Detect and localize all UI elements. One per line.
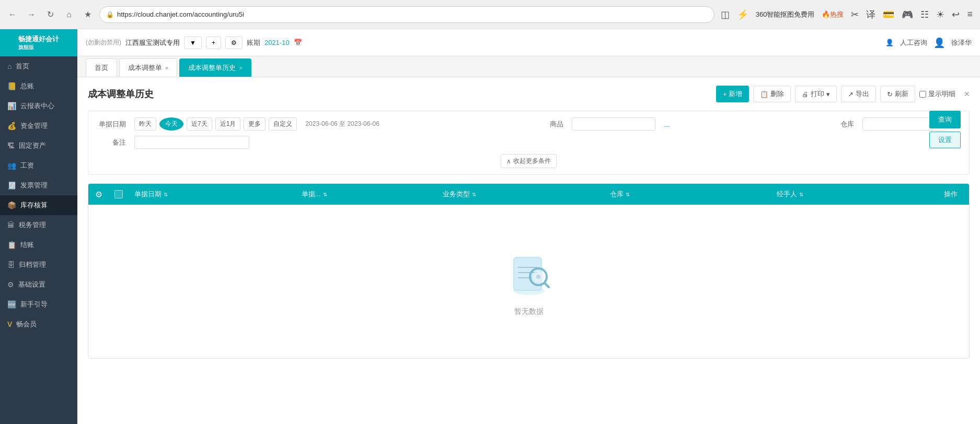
- th-settings[interactable]: ⚙: [88, 190, 109, 199]
- sidebar-item-guide[interactable]: 🆕 新手引导: [0, 295, 77, 314]
- undo-icon[interactable]: ↩: [950, 7, 962, 22]
- back-button[interactable]: ←: [5, 7, 20, 22]
- tab-cost-adjust-close[interactable]: ×: [165, 65, 168, 71]
- th-biztype[interactable]: 业务类型 ⇅: [436, 190, 604, 199]
- lightning-icon[interactable]: ⚡: [735, 7, 751, 22]
- th-voucherid-sort-icon[interactable]: ⇅: [323, 192, 327, 197]
- home-button[interactable]: ⌂: [62, 7, 76, 22]
- refresh-button[interactable]: ↻ 刷新: [880, 86, 915, 102]
- tax-icon: 🏛: [7, 221, 15, 229]
- top-bar: (勿删勿禁用) 江西服宝测试专用 ▼ + ⚙ 账期 2021-10 📅 👤 人工…: [77, 29, 980, 56]
- user-label[interactable]: 徐泽华: [951, 38, 972, 48]
- th-warehouse-sort-icon[interactable]: ⇅: [626, 192, 630, 197]
- company-dropdown-button[interactable]: ▼: [184, 37, 202, 49]
- top-bar-left: (勿删勿禁用) 江西服宝测试专用 ▼ + ⚙ 账期 2021-10 📅: [86, 37, 302, 49]
- sidebar-item-fixed-assets[interactable]: 🏗 固定资产: [0, 136, 77, 156]
- tab-home[interactable]: 首页: [86, 58, 117, 77]
- star-button[interactable]: ★: [80, 7, 95, 22]
- calendar-icon[interactable]: 📅: [294, 39, 302, 46]
- tab-history-close[interactable]: ×: [239, 65, 242, 71]
- query-button[interactable]: 查询: [929, 111, 961, 128]
- empty-text: 暂无数据: [514, 307, 544, 316]
- search-addon[interactable]: 360智能抠图免费用: [754, 8, 817, 21]
- tab-cost-adjust[interactable]: 成本调整单 ×: [119, 58, 177, 77]
- th-date-sort-icon[interactable]: ⇅: [164, 192, 168, 197]
- company-settings-button[interactable]: ⚙: [225, 37, 243, 49]
- reports-icon: 📊: [7, 102, 16, 110]
- panel-close-button[interactable]: ×: [964, 89, 970, 100]
- sidebar-label-checkout: 结账: [20, 240, 34, 250]
- sidebar-item-invoice[interactable]: 🧾 发票管理: [0, 175, 77, 195]
- sidebar-item-checkout[interactable]: 📋 结账: [0, 235, 77, 255]
- game-icon[interactable]: 🎮: [900, 7, 915, 22]
- sidebar-label-inventory: 库存核算: [20, 201, 48, 210]
- date-7days-btn[interactable]: 近7天: [187, 117, 212, 131]
- sidebar-item-membership[interactable]: V 畅会员: [0, 314, 77, 334]
- date-more-btn[interactable]: 更多: [244, 117, 266, 131]
- company-name: 江西服宝测试专用: [125, 38, 180, 48]
- date-yesterday-btn[interactable]: 昨天: [134, 117, 156, 131]
- th-ops: 操作: [938, 190, 969, 199]
- column-settings-icon[interactable]: ⚙: [95, 190, 102, 199]
- address-bar[interactable]: 🔒 https://cloud.chanjet.com/accounting/u…: [99, 6, 714, 23]
- sidebar-item-inventory[interactable]: 📦 库存核算: [0, 195, 77, 215]
- new-button[interactable]: + 新增: [716, 86, 750, 102]
- th-warehouse[interactable]: 仓库 ⇅: [604, 190, 771, 199]
- print-icon: 🖨: [802, 90, 809, 98]
- sidebar-label-reports: 云报表中心: [20, 101, 54, 111]
- grid-icon[interactable]: ☷: [918, 7, 931, 22]
- cut-icon[interactable]: ✂: [849, 7, 861, 22]
- refresh-button[interactable]: ↻: [43, 7, 57, 22]
- export-button[interactable]: ↗ 导出: [841, 86, 876, 102]
- filter-row-date: 单据日期 昨天 今天 近7天 近1月 更多 自定义 2023-06-06 至 2…: [97, 117, 961, 131]
- show-detail-checkbox[interactable]: [919, 91, 926, 98]
- table-container: ⚙ 单据日期 ⇅ 单据... ⇅ 业务类型 ⇅: [88, 183, 970, 359]
- th-warehouse-label: 仓库: [610, 190, 624, 199]
- date-custom-btn[interactable]: 自定义: [269, 117, 297, 131]
- wallet-icon[interactable]: 💳: [881, 7, 896, 22]
- th-handler-sort-icon[interactable]: ⇅: [799, 192, 803, 197]
- extensions-icon[interactable]: ◫: [719, 7, 732, 22]
- sidebar-item-payroll[interactable]: 👥 工资: [0, 156, 77, 175]
- goods-filter-input[interactable]: [572, 117, 655, 131]
- show-detail-checkbox-label[interactable]: 显示明细: [919, 89, 955, 99]
- filter-settings-button[interactable]: 设置: [929, 132, 961, 148]
- date-filter-buttons: 昨天 今天 近7天 近1月 更多 自定义: [134, 117, 297, 131]
- th-voucherid[interactable]: 单据... ⇅: [295, 190, 436, 199]
- fund-icon: 💰: [7, 122, 16, 130]
- app-container: 畅捷通好会计 旗舰版 ⌂ 首页 📒 总账 📊 云报表中心 💰 资金管理 🏗 固定…: [0, 29, 980, 424]
- settings-icon: ⚙: [7, 280, 14, 289]
- sidebar-item-tax[interactable]: 🏛 税务管理: [0, 215, 77, 235]
- sidebar-item-archive[interactable]: 🗄 归档管理: [0, 255, 77, 275]
- delete-button[interactable]: 📋 删除: [753, 86, 791, 102]
- collapse-button[interactable]: ∧ 收起更多条件: [501, 154, 557, 168]
- menu-icon[interactable]: ≡: [965, 7, 975, 22]
- hot-search[interactable]: 🔥热搜: [820, 8, 846, 21]
- select-all-checkbox[interactable]: [114, 190, 123, 198]
- th-handler[interactable]: 经手人 ⇅: [770, 190, 938, 199]
- th-checkbox[interactable]: [109, 190, 128, 198]
- membership-icon: V: [7, 320, 12, 328]
- sidebar-item-home[interactable]: ⌂ 首页: [0, 56, 77, 76]
- sidebar-item-settings[interactable]: ⚙ 基础设置: [0, 275, 77, 295]
- print-button[interactable]: 🖨 打印 ▾: [795, 86, 837, 102]
- checkout-icon: 📋: [7, 241, 16, 249]
- brightness-icon[interactable]: ☀: [934, 7, 947, 22]
- remark-filter-input[interactable]: [134, 136, 249, 149]
- sidebar-item-reports[interactable]: 📊 云报表中心: [0, 96, 77, 116]
- consult-label[interactable]: 人工咨询: [900, 38, 927, 48]
- date-1month-btn[interactable]: 近1月: [215, 117, 241, 131]
- goods-more-icon[interactable]: ...: [664, 120, 670, 128]
- sidebar-item-general-ledger[interactable]: 📒 总账: [0, 76, 77, 96]
- lock-icon: 🔒: [106, 11, 114, 18]
- home-icon: ⌂: [7, 62, 11, 70]
- add-company-button[interactable]: +: [206, 37, 221, 49]
- sidebar-item-fund[interactable]: 💰 资金管理: [0, 116, 77, 136]
- tab-cost-adjust-history[interactable]: 成本调整单历史 ×: [179, 58, 251, 77]
- date-today-btn[interactable]: 今天: [159, 117, 183, 131]
- forward-button[interactable]: →: [24, 7, 39, 22]
- sidebar-label-ledger: 总账: [20, 81, 34, 91]
- translate-icon[interactable]: 译: [864, 6, 878, 23]
- th-date[interactable]: 单据日期 ⇅: [128, 190, 295, 199]
- th-biztype-sort-icon[interactable]: ⇅: [472, 192, 476, 197]
